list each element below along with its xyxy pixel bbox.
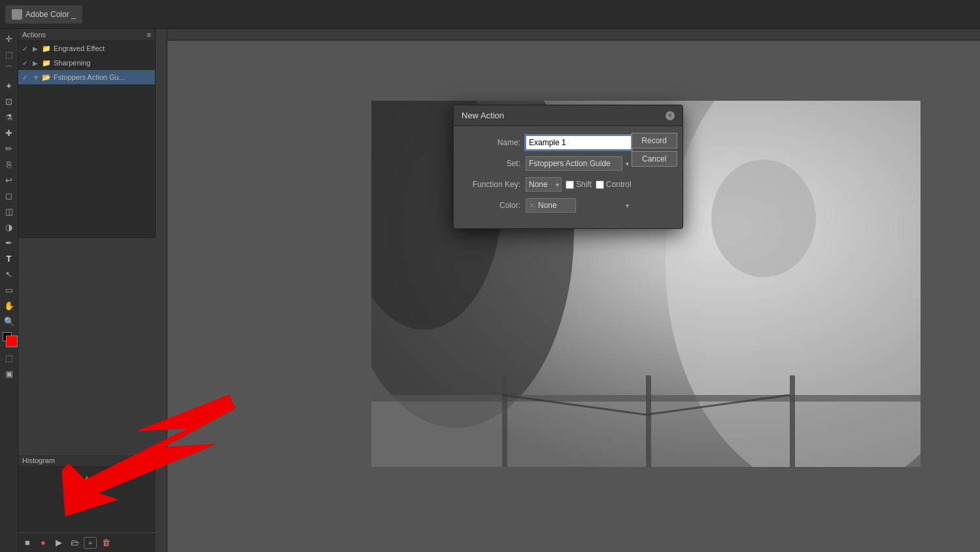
pen-tool[interactable]: ✒	[2, 235, 16, 250]
dodge-tool[interactable]: ◑	[2, 220, 16, 234]
magic-wand-tool[interactable]: ✦	[2, 78, 16, 93]
shift-checkbox[interactable]	[566, 181, 574, 189]
histogram-panel: Histogram ≡ ⚠	[18, 454, 156, 532]
layer-expand-sharpening[interactable]: ▶	[33, 60, 39, 67]
control-label: Control	[606, 180, 632, 189]
lasso-tool[interactable]: ⌒	[2, 63, 16, 77]
layer-check-sharpening: ✓	[22, 60, 30, 67]
actions-panel-menu[interactable]: ≡	[147, 31, 151, 39]
type-tool[interactable]: T	[2, 251, 16, 266]
layer-expand-fstoppers[interactable]: ▼	[33, 74, 39, 81]
ruler-horizontal	[167, 29, 980, 41]
zoom-tool[interactable]: 🔍	[2, 314, 16, 328]
delete-button[interactable]: 🗑	[99, 537, 112, 549]
background-color[interactable]	[6, 336, 18, 347]
actions-panel-title: Actions	[22, 31, 46, 39]
gradient-tool[interactable]: ◫	[2, 204, 16, 218]
eraser-tool[interactable]: ◻	[2, 188, 16, 203]
screen-mode-tool[interactable]: ▣	[2, 366, 16, 381]
actions-panel-header: Actions ≡	[18, 29, 155, 41]
quick-mask-tool[interactable]: ⬚	[2, 351, 16, 365]
function-key-select[interactable]: None F1 F2	[526, 177, 562, 192]
top-bar: Adobe Color _	[0, 0, 980, 29]
layer-item-fstoppers[interactable]: ✓ ▼ 📂 Fstoppers Action Gu...	[18, 70, 155, 84]
svg-rect-9	[790, 375, 795, 467]
brush-tool[interactable]: ✏	[2, 141, 16, 156]
path-select-tool[interactable]: ↖	[2, 267, 16, 281]
actions-bottom-bar: ■ ● ▶ 🗁 + 🗑	[18, 532, 156, 552]
color-label: Color:	[462, 201, 520, 210]
shift-label: Shift	[576, 180, 592, 189]
layer-expand-engraved[interactable]: ▶	[33, 45, 39, 52]
adobe-color-tab[interactable]: Adobe Color _	[5, 5, 82, 24]
healing-tool[interactable]: ✚	[2, 126, 16, 140]
ruler-vertical	[156, 29, 167, 552]
dialog-fields: Name: Set: Fstoppers Action Guide Defaul…	[454, 126, 632, 228]
svg-point-4	[711, 160, 816, 277]
dialog-funckey-row: Function Key: None F1 F2 Shift	[462, 177, 632, 192]
layer-check-fstoppers: ✓	[22, 74, 30, 81]
dialog-color-row: Color: None Red Orange ✕	[462, 198, 632, 213]
dialog-content: Name: Set: Fstoppers Action Guide Defaul…	[454, 126, 683, 228]
name-label: Name:	[462, 138, 520, 147]
name-input[interactable]	[526, 135, 632, 150]
svg-rect-7	[502, 375, 507, 467]
left-toolbar: ✛ ⬚ ⌒ ✦ ⊡ ⚗ ✚ ✏ ⎘ ↩ ◻ ◫ ◑ ✒ T ↖ ▭ ✋ 🔍 ⬚ …	[0, 29, 18, 552]
shape-tool[interactable]: ▭	[2, 283, 16, 297]
actions-panel: Actions ≡ ✓ ▶ 📁 Engraved Effect ✓ ▶ 📁 Sh…	[18, 29, 156, 238]
dialog-name-row: Name:	[462, 135, 632, 150]
layer-item-sharpening[interactable]: ✓ ▶ 📁 Sharpening	[18, 56, 155, 70]
new-action-button[interactable]: +	[84, 537, 97, 549]
hand-tool[interactable]: ✋	[2, 298, 16, 313]
dialog-title-bar: New Action ×	[454, 105, 683, 126]
dialog-buttons: Record Cancel	[632, 126, 685, 228]
tab-label: Adobe Color _	[25, 10, 76, 19]
dialog-close-button[interactable]: ×	[666, 111, 675, 120]
dialog-title: New Action	[462, 111, 504, 120]
selection-tool[interactable]: ⬚	[2, 47, 16, 61]
cancel-button[interactable]: Cancel	[632, 151, 677, 167]
histogram-warning: ⚠	[82, 474, 92, 488]
svg-rect-8	[646, 375, 651, 467]
layer-name-engraved: Engraved Effect	[54, 44, 151, 52]
function-key-label: Function Key:	[462, 180, 520, 189]
layer-check-engraved: ✓	[22, 45, 30, 52]
history-brush-tool[interactable]: ↩	[2, 173, 16, 187]
histogram-title: Histogram	[22, 457, 55, 464]
color-x-icon: ✕	[527, 201, 536, 210]
new-folder-button[interactable]: 🗁	[68, 537, 81, 549]
folder-icon-sharpening: 📁	[42, 59, 51, 67]
eyedropper-tool[interactable]: ⚗	[2, 110, 16, 124]
funckey-select-wrapper: None F1 F2	[526, 177, 562, 192]
clone-tool[interactable]: ⎘	[2, 157, 16, 171]
record-start-button[interactable]: ●	[37, 537, 50, 549]
layer-name-fstoppers: Fstoppers Action Gu...	[54, 73, 151, 81]
color-select-wrapper: None Red Orange ✕	[526, 198, 632, 213]
histogram-header: Histogram ≡	[18, 455, 156, 467]
control-checkbox[interactable]	[596, 181, 604, 189]
folder-icon-engraved: 📁	[42, 44, 51, 53]
stop-button[interactable]: ■	[21, 537, 34, 549]
function-key-controls: None F1 F2 Shift Control	[526, 177, 632, 192]
layer-item-engraved[interactable]: ✓ ▶ 📁 Engraved Effect	[18, 41, 155, 56]
record-button[interactable]: Record	[632, 133, 677, 148]
folder-icon-fstoppers: 📂	[42, 73, 51, 82]
set-select[interactable]: Fstoppers Action Guide Default Actions C…	[526, 156, 622, 171]
shift-checkbox-label[interactable]: Shift	[566, 180, 592, 189]
histogram-menu[interactable]: ≡	[148, 457, 152, 464]
set-label: Set:	[462, 159, 520, 168]
new-action-dialog: New Action × Name: Set: Fstoppers Action…	[453, 105, 683, 229]
move-tool[interactable]: ✛	[2, 31, 16, 46]
play-button[interactable]: ▶	[52, 537, 65, 549]
control-checkbox-label[interactable]: Control	[596, 180, 632, 189]
dialog-set-row: Set: Fstoppers Action Guide Default Acti…	[462, 156, 632, 171]
set-select-wrapper: Fstoppers Action Guide Default Actions C…	[526, 156, 632, 171]
crop-tool[interactable]: ⊡	[2, 94, 16, 109]
tab-thumbnail	[12, 9, 22, 20]
layer-name-sharpening: Sharpening	[54, 59, 151, 67]
